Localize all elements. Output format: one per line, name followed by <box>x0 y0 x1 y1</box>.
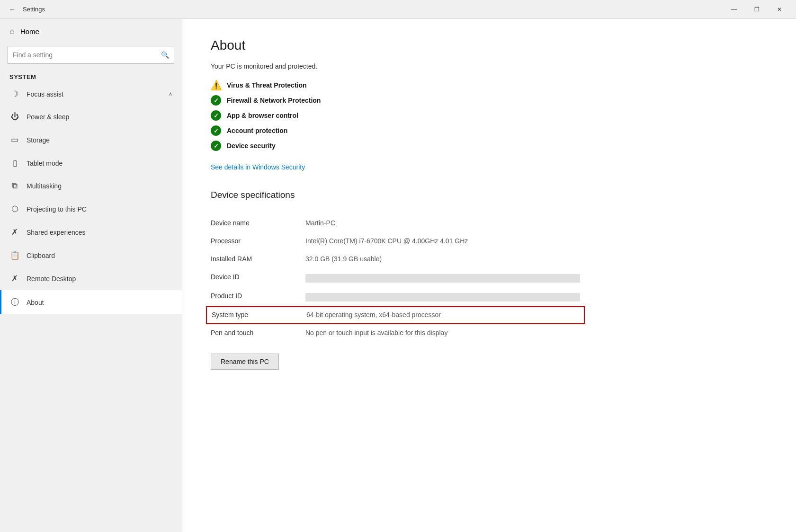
power-icon: ⏻ <box>9 112 20 122</box>
titlebar: ← Settings — ❐ ✕ <box>0 0 796 19</box>
protection-label: Virus & Threat Protection <box>227 81 307 89</box>
sidebar-item-power-sleep[interactable]: ⏻ Power & sleep <box>0 106 182 128</box>
check-icon: ✓ <box>211 95 221 106</box>
close-button[interactable]: ✕ <box>769 0 790 19</box>
device-specs-title: Device specifications <box>211 190 580 200</box>
spec-row-ram: Installed RAM 32.0 GB (31.9 GB usable) <box>211 250 580 268</box>
spec-row-product-id: Product ID <box>211 287 580 306</box>
sidebar-item-projecting[interactable]: ⬡ Projecting to this PC <box>0 197 182 221</box>
spec-value-blurred <box>305 274 580 283</box>
sidebar-section-header: System <box>0 70 182 82</box>
remote-icon: ✗ <box>9 274 20 284</box>
clipboard-icon: 📋 <box>9 250 20 260</box>
protection-label: Device security <box>227 142 276 150</box>
spec-label: Pen and touch <box>211 329 305 337</box>
sidebar-item-label: Multitasking <box>27 182 62 190</box>
spec-label: Product ID <box>211 292 305 300</box>
sidebar-item-label: About <box>27 299 44 306</box>
spec-value: No pen or touch input is available for t… <box>305 329 580 337</box>
multitasking-icon: ⧉ <box>9 181 20 191</box>
check-icon: ✓ <box>211 125 221 136</box>
spec-row-device-name: Device name Martin-PC <box>211 214 580 232</box>
page-title: About <box>211 38 580 53</box>
protection-item-virus: ⚠️ Virus & Threat Protection <box>211 78 580 93</box>
sidebar-home[interactable]: ⌂ Home <box>0 19 182 44</box>
see-details-link[interactable]: See details in Windows Security <box>211 163 305 171</box>
check-icon: ✓ <box>211 141 221 151</box>
sidebar-item-about[interactable]: ⓘ About <box>0 290 182 314</box>
spec-row-system-type: System type 64-bit operating system, x64… <box>206 306 585 324</box>
chevron-up-icon: ∧ <box>169 91 172 97</box>
protection-label: App & browser control <box>227 112 298 119</box>
about-icon: ⓘ <box>9 297 20 308</box>
sidebar-item-multitasking[interactable]: ⧉ Multitasking <box>0 175 182 197</box>
focus-assist-icon: ☽ <box>9 89 20 99</box>
spec-value: 32.0 GB (31.9 GB usable) <box>305 255 580 263</box>
tablet-icon: ▯ <box>9 158 20 168</box>
shared-icon: ✗ <box>9 227 20 237</box>
sidebar-item-remote-desktop[interactable]: ✗ Remote Desktop <box>0 267 182 290</box>
protection-item-firewall: ✓ Firewall & Network Protection <box>211 93 580 108</box>
storage-icon: ▭ <box>9 135 20 145</box>
projecting-icon: ⬡ <box>9 204 20 214</box>
search-box[interactable]: 🔍 <box>8 46 174 64</box>
sidebar-item-clipboard[interactable]: 📋 Clipboard <box>0 244 182 267</box>
restore-button[interactable]: ❐ <box>746 0 768 19</box>
spec-label: Device ID <box>211 273 305 281</box>
spec-value: Intel(R) Core(TM) i7-6700K CPU @ 4.00GHz… <box>305 237 580 245</box>
protection-label: Account protection <box>227 127 287 134</box>
spec-value: Martin-PC <box>305 219 580 227</box>
minimize-button[interactable]: — <box>723 0 745 19</box>
specs-table: Device name Martin-PC Processor Intel(R)… <box>211 214 580 342</box>
sidebar-item-shared-experiences[interactable]: ✗ Shared experiences <box>0 221 182 244</box>
home-label: Home <box>20 27 39 35</box>
sidebar-item-label: Focus assist <box>27 90 63 98</box>
spec-value: 64-bit operating system, x64-based proce… <box>306 311 579 319</box>
spec-row-device-id: Device ID <box>211 268 580 287</box>
protection-list: ⚠️ Virus & Threat Protection ✓ Firewall … <box>211 78 580 153</box>
check-icon: ✓ <box>211 110 221 121</box>
protection-item-app-browser: ✓ App & browser control <box>211 108 580 123</box>
spec-value-blurred <box>305 293 580 301</box>
spec-label: Processor <box>211 237 305 245</box>
sidebar-item-focus-assist[interactable]: ☽ Focus assist ∧ <box>0 82 182 106</box>
home-icon: ⌂ <box>9 27 15 36</box>
warning-icon: ⚠️ <box>211 80 221 90</box>
spec-row-pen-touch: Pen and touch No pen or touch input is a… <box>211 324 580 342</box>
protection-item-device-security: ✓ Device security <box>211 138 580 153</box>
spec-label: System type <box>212 311 306 319</box>
content-area: About Your PC is monitored and protected… <box>182 19 796 532</box>
app-title: Settings <box>23 6 45 13</box>
protection-subtitle: Your PC is monitored and protected. <box>211 62 580 70</box>
search-icon: 🔍 <box>161 51 169 59</box>
protection-label: Firewall & Network Protection <box>227 97 321 104</box>
sidebar-item-label: Tablet mode <box>27 160 63 167</box>
protection-item-account: ✓ Account protection <box>211 123 580 138</box>
spec-row-processor: Processor Intel(R) Core(TM) i7-6700K CPU… <box>211 232 580 250</box>
back-button[interactable]: ← <box>6 3 19 16</box>
sidebar-item-label: Storage <box>27 136 50 144</box>
sidebar-item-label: Power & sleep <box>27 113 69 121</box>
sidebar-item-storage[interactable]: ▭ Storage <box>0 128 182 151</box>
sidebar-item-tablet-mode[interactable]: ▯ Tablet mode <box>0 151 182 175</box>
rename-pc-button[interactable]: Rename this PC <box>211 354 279 370</box>
search-input[interactable] <box>13 51 157 59</box>
sidebar-item-label: Projecting to this PC <box>27 205 87 213</box>
sidebar: ⌂ Home 🔍 System ☽ Focus assist ∧ ⏻ Power… <box>0 19 182 532</box>
window-controls: — ❐ ✕ <box>723 0 790 19</box>
spec-label: Installed RAM <box>211 255 305 263</box>
sidebar-item-label: Shared experiences <box>27 229 86 236</box>
spec-label: Device name <box>211 219 305 227</box>
sidebar-item-label: Remote Desktop <box>27 275 76 283</box>
sidebar-item-label: Clipboard <box>27 252 55 259</box>
